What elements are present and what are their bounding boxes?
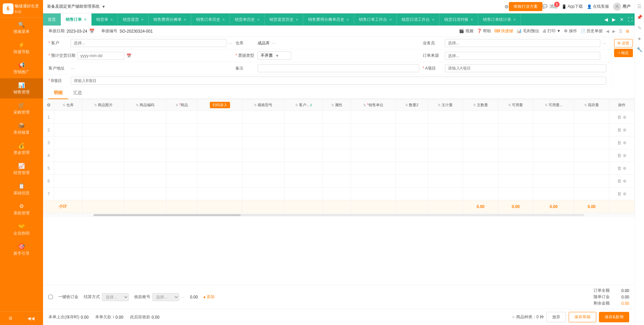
detail-tab-detail[interactable]: 明细 [48,87,68,99]
copy-icon-7[interactable]: ⊕ [623,191,627,196]
th-customer-code[interactable]: ⇅ 客户... ℹ [284,99,323,111]
cell-spec-2[interactable] [242,124,285,136]
sidebar-item-system[interactable]: ⚙ 系统管理 [0,199,43,219]
th-main-qty[interactable]: ⇅ 主数量 [463,99,498,111]
cell-code-2[interactable] [124,124,166,136]
cell-name-7[interactable] [166,188,197,200]
order-source-input[interactable] [445,52,601,60]
cell-stock-4[interactable] [574,149,609,162]
cell-mainunit-6[interactable] [428,175,463,188]
tab-close-icon[interactable]: ✕ [84,18,86,22]
cell-spec-6[interactable] [242,175,285,188]
sidebar-item-navigation[interactable]: ⚡ 快捷导航 [0,38,43,58]
customer-input[interactable] [71,39,226,47]
a-project-input[interactable] [445,64,606,72]
tab-sales-return-history[interactable]: 销货退货历史 ✕ [265,13,303,26]
tab-next-btn[interactable]: ▶ [610,13,618,26]
tab-close-icon[interactable]: ✕ [513,18,516,22]
settings-gear-icon[interactable]: ⚙ [504,4,509,9]
cell-qty2-5[interactable] [396,162,428,175]
tab-close-icon[interactable]: ✕ [222,18,225,22]
panel-icon-2[interactable]: 📌 [636,13,643,21]
add-receipt-btn[interactable]: ● 添加 [203,294,214,300]
cell-mainunit-5[interactable] [428,162,463,175]
cell-ccode-7[interactable] [284,188,323,200]
tab-close-icon[interactable]: ✕ [257,18,260,22]
cell-image-5[interactable] [82,162,124,175]
history-btn[interactable]: 📄 历史单据 [580,28,603,34]
cell-warehouse-3[interactable] [54,136,82,149]
cell-qty2-3[interactable] [396,136,428,149]
copy-icon-1[interactable]: ⊕ [623,115,627,120]
cell-attr-4[interactable] [323,149,351,162]
cell-mainqty-4[interactable] [463,149,498,162]
th-available[interactable]: ⇅ 可用量 [498,99,533,111]
sidebar-item-base-info[interactable]: 📋 基础信息 [0,179,43,199]
tab-sales-workbench[interactable]: 销售订单工作台 ✕ [354,13,397,26]
delete-icon-2[interactable]: 🗑 [617,127,621,132]
tab-cash-workbench[interactable]: 钱货日清工作台 ✕ [397,13,440,26]
date-value[interactable]: 2023-03-24 [67,29,87,34]
print-btn[interactable]: 🖨 打印 ▼ [542,28,561,34]
cell-ccode-4[interactable] [284,149,323,162]
calendar-icon[interactable]: 📅 [89,29,94,34]
sidebar-item-operations[interactable]: 📈 经营管理 [0,159,43,179]
tab-cash-reconcile[interactable]: 钱货日清对账 ✕ [440,13,478,26]
cell-qty2-1[interactable] [396,111,428,124]
cell-avail2-7[interactable] [533,188,574,200]
tab-expand-btn[interactable]: ⛶ [626,13,635,26]
nav-left-icon[interactable]: ◀ [606,29,609,34]
cell-image-1[interactable] [82,111,124,124]
settlement-select[interactable]: 选择... [102,293,129,301]
logistics-btn[interactable]: + 物流 [614,49,633,57]
cell-name-1[interactable] [166,111,197,124]
cell-code-5[interactable] [124,162,166,175]
app-download-btn[interactable]: 📱 App下载 [562,4,583,9]
scan-btn[interactable]: 扫码录入 [210,102,230,108]
cell-unit-4[interactable] [351,149,396,162]
cell-spec-1[interactable] [242,111,285,124]
cell-mainqty-1[interactable] [463,111,498,124]
cell-warehouse-4[interactable] [54,149,82,162]
cell-stock-5[interactable] [574,162,609,175]
profit-btn[interactable]: 📊 毛利预估 [517,28,539,34]
copy-icon-5[interactable]: ⊕ [623,166,627,171]
sidebar-item-sales[interactable]: 📊 销售管理 [0,78,43,98]
copy-icon-6[interactable]: ⊕ [623,178,627,184]
warehouse-more-icon[interactable]: ··· [272,40,276,46]
cell-attr-2[interactable] [323,124,351,136]
scrollbar-thumb[interactable] [93,214,241,216]
th-qty2[interactable]: ⇅ 数量2 [396,99,428,111]
tab-close-icon[interactable]: ✕ [389,18,392,22]
th-spec[interactable]: ⇅ 规格型号 [242,99,285,111]
cell-stock-2[interactable] [574,124,609,136]
tab-close-icon[interactable]: ✕ [184,18,186,22]
tab-sales-expense[interactable]: 销售费用分摊单 ✕ [149,13,191,26]
settings-btn[interactable]: ⚙ 设置 [614,39,633,47]
cell-name-2[interactable] [166,124,197,136]
cell-mainunit-3[interactable] [428,136,463,149]
cell-ccode-2[interactable] [284,124,323,136]
panel-icon-3[interactable]: ✎ [636,24,643,32]
message-btn[interactable]: 💬 消息 9 [542,4,557,9]
sidebar-item-search[interactable]: 🔍 搜索菜单 [0,18,43,38]
delete-icon-3[interactable]: 🗑 [617,140,621,145]
cell-avail2-5[interactable] [533,162,574,175]
ticket-select[interactable]: 不开票 ▼ [258,51,291,60]
cell-image-6[interactable] [82,175,124,188]
cell-ccode-3[interactable] [284,136,323,149]
detail-tab-summary[interactable]: 汇总 [68,87,87,99]
th-attr[interactable]: ⇅ 属性 [323,99,351,111]
cell-warehouse-2[interactable] [54,124,82,136]
cell-avail-3[interactable] [498,136,533,149]
ops-btn[interactable]: ⚙ 操作 [564,28,577,34]
cell-avail2-3[interactable] [533,136,574,149]
cell-code-1[interactable] [124,111,166,124]
cell-avail-4[interactable] [498,149,533,162]
th-main-unit[interactable]: ⇅ 主计量 [428,99,463,111]
tab-prev-btn[interactable]: ◀ [602,13,610,26]
tab-sales-goods-history[interactable]: 销货单历史 ✕ [230,13,265,26]
cell-mainunit-7[interactable] [428,188,463,200]
cell-avail2-2[interactable] [533,124,574,136]
sidebar-item-guide[interactable]: 🎯 新手引导 [0,240,43,260]
